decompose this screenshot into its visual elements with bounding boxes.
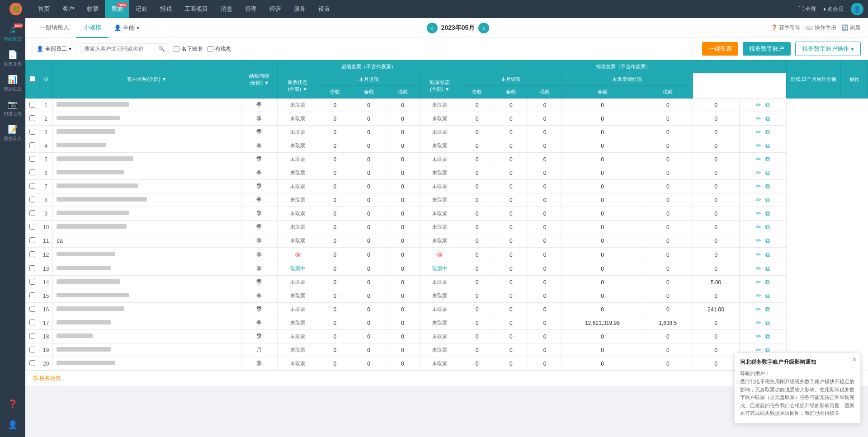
sidebar-item-issue-invoice[interactable]: 📄 发票开具 [0,46,25,71]
row-checkbox[interactable] [29,251,35,257]
row-checkbox[interactable] [29,265,35,271]
nav-ticket[interactable]: 票据 new [105,0,129,18]
user-avatar[interactable]: 👤 [851,3,863,15]
row-checkbox[interactable] [29,292,35,298]
new-guide-link[interactable]: ❓ 新手引导 [771,24,801,32]
edit-button[interactable]: ✏ [755,251,763,258]
row-checkbox[interactable] [29,210,35,216]
sidebar-item-smart-fetch[interactable]: 🖨 智能取票 new [0,22,25,46]
next-month-button[interactable]: › [478,23,489,33]
copy-button[interactable]: ⧉ [764,305,771,313]
row-checkbox[interactable] [29,156,35,162]
copy-button[interactable]: ⧉ [764,223,771,231]
tax-operation-button[interactable]: 税务数字账户操作 ▾ [795,42,861,56]
edit-button[interactable]: ✏ [755,237,763,244]
tax-policy-link[interactable]: ⑤ 税务政策 [33,375,61,382]
nav-home[interactable]: 首页 [32,0,56,18]
nav-tax[interactable]: 报税 [154,0,178,18]
nav-customer[interactable]: 客户 [56,0,80,18]
fullscreen-button[interactable]: ⛶ 全屏 [798,5,816,13]
row-checkbox[interactable] [29,347,35,352]
row-checkbox[interactable] [29,360,35,366]
tab-general-taxpayer[interactable]: 一般纳税人 [33,18,76,38]
copy-button[interactable]: ⧉ [764,183,771,190]
nav-business[interactable]: 工商项目 [178,0,214,18]
edit-button[interactable]: ✏ [755,142,763,149]
copy-button[interactable]: ⧉ [764,292,771,300]
copy-button[interactable]: ⧉ [764,210,771,217]
nav-receive[interactable]: 收票 [80,0,105,18]
copy-button[interactable]: ⧉ [764,196,771,204]
search-icon[interactable]: 🔍 [158,46,165,52]
employee-filter[interactable]: 👤 全部员工 ▾ [33,43,75,55]
edit-button[interactable]: ✏ [755,333,763,340]
row-checkbox[interactable] [29,320,35,325]
copy-button[interactable]: ⧉ [764,278,771,286]
copy-button[interactable]: ⧉ [764,333,771,340]
copy-button[interactable]: ⧉ [764,101,771,109]
copy-button[interactable]: ⧉ [764,251,771,258]
tax-disk-checkbox[interactable] [208,46,213,52]
nav-bookkeeping[interactable]: 记账 [129,0,154,18]
sidebar-item-scan[interactable]: 📷 扫描上传 [0,96,25,121]
copy-button[interactable]: ⧉ [764,265,771,273]
row-checkbox[interactable] [29,279,35,285]
tax-disk-filter[interactable]: 有税盘 [208,45,231,53]
th-fetch-status-out[interactable]: 取票状态(全部) ▼ [420,73,460,99]
logo[interactable]: 🌿 [5,3,27,15]
sidebar-item-user[interactable]: 👤 [0,416,25,433]
row-checkbox[interactable] [29,306,35,312]
member-button[interactable]: ♦ 购会员 [823,5,844,13]
search-input[interactable] [84,46,156,52]
sidebar-item-entry[interactable]: 📝 票据录入 [0,121,25,146]
edit-button[interactable]: ✏ [755,115,763,122]
copy-button[interactable]: ⧉ [764,115,771,122]
row-checkbox[interactable] [29,237,35,243]
row-checkbox[interactable] [29,129,35,135]
edit-button[interactable]: ✏ [755,305,763,313]
nav-message[interactable]: 消息 [214,0,239,18]
nav-operation[interactable]: 经营 [263,0,288,18]
edit-button[interactable]: ✏ [755,210,763,217]
edit-button[interactable]: ✏ [755,319,763,326]
row-checkbox[interactable] [29,224,35,230]
edit-button[interactable]: ✏ [755,196,763,203]
copy-button[interactable]: ⧉ [764,128,771,136]
tax-digital-button[interactable]: 税务数字账户 [743,42,791,56]
th-fetch-status-in[interactable]: 取票状态(全部) ▼ [277,73,318,99]
th-customer[interactable]: 客户名称(全部) ▼ [53,61,241,99]
edit-button[interactable]: ✏ [755,169,763,176]
edit-button[interactable]: ✏ [755,183,763,190]
nav-manage[interactable]: 管理 [239,0,263,18]
row-checkbox[interactable] [29,183,35,189]
row-checkbox[interactable] [29,169,35,175]
row-checkbox[interactable] [29,115,35,121]
row-checkbox[interactable] [29,102,35,108]
sidebar-item-summary[interactable]: 📊 票据汇总 [0,71,25,96]
prev-month-button[interactable]: ‹ [427,23,438,33]
select-all-checkbox[interactable] [29,76,35,82]
tab-full[interactable]: 👤 全能 ▾ [108,24,145,32]
account-filter[interactable]: 名下账套 [174,45,203,53]
copy-button[interactable]: ⧉ [764,155,771,163]
edit-button[interactable]: ✏ [755,155,763,163]
nav-service[interactable]: 服务 [288,0,312,18]
copy-button[interactable]: ⧉ [764,169,771,177]
one-key-fetch-button[interactable]: 一键取票 [702,42,738,56]
th-tax-period[interactable]: 纳税周期(全部) ▼ [241,61,277,99]
copy-button[interactable]: ⧉ [764,319,771,327]
edit-button[interactable]: ✏ [755,101,763,108]
edit-button[interactable]: ✏ [755,128,763,136]
sidebar-item-help[interactable]: ❓ [0,395,25,413]
manual-link[interactable]: 📖 操作手册 [806,24,836,32]
row-checkbox[interactable] [29,333,35,339]
copy-button[interactable]: ⧉ [764,237,771,244]
edit-button[interactable]: ✏ [755,292,763,299]
edit-button[interactable]: ✏ [755,278,763,286]
popup-close-button[interactable]: ✕ [852,357,857,363]
refresh-link[interactable]: 🔄 刷新 [842,24,861,32]
nav-settings[interactable]: 设置 [312,0,336,18]
tab-small-scale[interactable]: 小规模 [76,18,108,38]
row-checkbox[interactable] [29,197,35,202]
account-checkbox[interactable] [174,46,179,52]
